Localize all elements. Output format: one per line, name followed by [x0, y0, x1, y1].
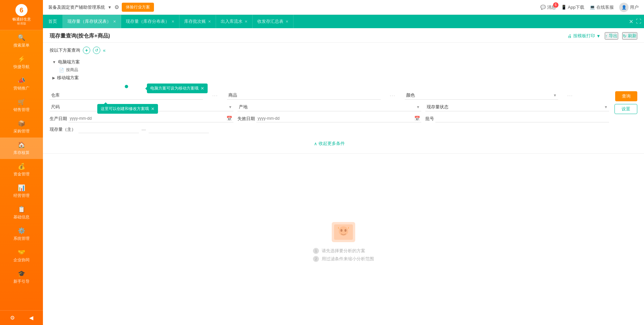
- tab-minimize-btn[interactable]: ✕: [629, 18, 633, 25]
- tab-collect-summary[interactable]: 收发存汇总表 ✕: [253, 15, 293, 28]
- origin-label: 产地: [239, 104, 248, 110]
- tab-close-icon[interactable]: ✕: [113, 19, 116, 24]
- produce-date-field-wrapper: 生产日期 📅: [50, 115, 233, 122]
- svg-point-4: [344, 229, 346, 232]
- tab-batch-account[interactable]: 库存批次账 ✕: [179, 15, 216, 28]
- sidebar-item-quick[interactable]: ⚡ 快捷导航: [0, 52, 43, 73]
- warehouse-icon: 🏠: [17, 141, 25, 149]
- sidebar-item-basic[interactable]: 📋 基础信息: [0, 202, 43, 223]
- tab-home[interactable]: 首页: [43, 15, 63, 28]
- sidebar-item-enterprise[interactable]: 🤝 企业协同: [0, 245, 43, 266]
- color-field[interactable]: 颜色 ▼: [405, 91, 558, 100]
- step-1-label: 请先选择要分析的方案: [322, 248, 365, 254]
- scheme-mobile-item[interactable]: ▶ 移动端方案: [50, 74, 637, 82]
- header-right: 💬 6 消息 📱 App下载 💻 在线客服 👤 用户: [540, 3, 639, 12]
- sidebar-item-label: 快捷导航: [13, 64, 30, 70]
- sidebar-item-system[interactable]: ⚙️ 系统管理: [0, 223, 43, 245]
- warehouse-dots[interactable]: ···: [205, 93, 225, 98]
- goods-dots[interactable]: ···: [383, 93, 403, 98]
- calendar-icon-2[interactable]: 📅: [414, 116, 420, 121]
- tab-maximize-btn[interactable]: ⛶: [636, 18, 641, 24]
- user-label: 用户: [630, 4, 639, 10]
- print-button[interactable]: 🖨 按模板打印 ▼: [568, 33, 601, 39]
- size-label: 尺码: [51, 104, 60, 110]
- sidebar-item-label: 销售管理: [13, 107, 30, 113]
- produce-date-input[interactable]: 📅: [68, 115, 233, 122]
- refresh-button[interactable]: ↻ 刷新: [622, 32, 637, 40]
- sidebar-item-label: 库存核算: [13, 150, 30, 156]
- calendar-icon[interactable]: 📅: [226, 116, 232, 121]
- tab-close-icon[interactable]: ✕: [171, 19, 174, 24]
- cart-icon: 🛒: [17, 98, 25, 106]
- tab-in-out-flow[interactable]: 出入库流水 ✕: [216, 15, 253, 28]
- warehouse-label: 仓库: [51, 92, 60, 98]
- stock-qty-to[interactable]: [149, 126, 209, 133]
- collapse-sidebar-btn[interactable]: ◀: [28, 313, 35, 322]
- action-column: 查询 设置: [614, 91, 637, 149]
- sidebar-item-sales[interactable]: 🛒 销售管理: [0, 95, 43, 116]
- sidebar-item-label: 新手引导: [13, 279, 30, 284]
- filter-back-button[interactable]: «: [103, 48, 106, 53]
- filter-fields-area: 仓库 ··· 商品 ··· 颜色 ▼ ···: [43, 89, 644, 154]
- range-separator: —: [142, 127, 146, 132]
- collapse-button[interactable]: ∧ 收起更多条件: [50, 138, 609, 148]
- sidebar-item-finance[interactable]: 💰 资金管理: [0, 159, 43, 180]
- batch-input[interactable]: [435, 115, 609, 122]
- search-button[interactable]: 查询: [615, 91, 637, 101]
- scheme-pc-item[interactable]: ▼ 电脑端方案: [50, 58, 637, 66]
- expire-date-field-wrapper: 失效日期 📅: [237, 115, 421, 122]
- sidebar-item-inventory[interactable]: 🏠 库存核算: [0, 138, 43, 159]
- step-num-2: 2: [313, 256, 319, 262]
- origin-field[interactable]: 产地 ▼: [237, 103, 421, 111]
- sidebar-item-marketing[interactable]: 📣 营销推广: [0, 73, 43, 95]
- page-header-actions: 🖨 按模板打印 ▼ ↑ 导出 ↻ 刷新: [568, 32, 637, 40]
- expire-date-input[interactable]: 📅: [256, 115, 421, 122]
- dot-indicator: [125, 85, 128, 88]
- tab-close-icon[interactable]: ✕: [245, 19, 248, 24]
- color-dots[interactable]: ···: [560, 93, 580, 98]
- svg-point-2: [339, 226, 348, 236]
- tooltip-create-close[interactable]: ✕: [151, 106, 155, 111]
- tab-close-icon[interactable]: ✕: [285, 19, 288, 24]
- app-download-item[interactable]: 📱 App下载: [561, 4, 584, 10]
- stock-qty-from[interactable]: [78, 126, 139, 133]
- sidebar-item-search[interactable]: 🔍 搜索菜单: [0, 30, 43, 52]
- message-item[interactable]: 💬 6 消息: [540, 4, 556, 10]
- scheme-sub-item[interactable]: 📄 按商品: [56, 66, 637, 74]
- tab-inventory-status[interactable]: 现存量（库存状况表） ✕: [63, 15, 121, 28]
- stock-status-field[interactable]: 现存量状态 ▼: [425, 103, 609, 111]
- empty-step-1: 1 请先选择要分析的方案: [313, 248, 374, 254]
- header-gear-icon[interactable]: ⚙: [114, 4, 119, 10]
- solution-button[interactable]: 体验行业方案: [122, 3, 154, 12]
- print-dropdown-icon: ▼: [596, 34, 601, 39]
- expire-date-from[interactable]: [258, 116, 284, 121]
- tooltip-pc-close[interactable]: ✕: [201, 86, 204, 91]
- filter-fields-grid: 仓库 ··· 商品 ··· 颜色 ▼ ···: [50, 91, 609, 149]
- batch-input-field[interactable]: [437, 116, 608, 121]
- tab-inventory-dist[interactable]: 现存量（库存分布表） ✕: [121, 15, 179, 28]
- sidebar-item-guide[interactable]: 🎓 新手引导: [0, 266, 43, 288]
- tab-home-label: 首页: [48, 18, 57, 24]
- settings-footer-btn[interactable]: ⚙: [9, 313, 16, 322]
- sidebar-item-label: 搜索菜单: [13, 43, 30, 48]
- setting-button[interactable]: 设置: [614, 104, 637, 114]
- sidebar-item-label: 经营管理: [13, 193, 30, 199]
- tab-close-icon[interactable]: ✕: [208, 19, 211, 24]
- stock-qty-to-input[interactable]: [151, 127, 207, 132]
- export-button[interactable]: ↑ 导出: [605, 32, 619, 40]
- money-icon: 💰: [17, 162, 25, 170]
- stock-status-label: 现存量状态: [427, 104, 448, 110]
- stock-qty-from-input[interactable]: [80, 127, 137, 132]
- empty-step-2: 2 用过滤条件来缩小分析范围: [313, 256, 374, 262]
- tooltip-pc-text: 电脑方案可设为移动方案哦: [150, 86, 199, 91]
- produce-date-from[interactable]: [70, 116, 97, 121]
- online-service-item[interactable]: 💻 在线客服: [590, 4, 614, 10]
- export-icon: ↑: [605, 34, 608, 39]
- sidebar-item-purchase[interactable]: 📦 采购管理: [0, 116, 43, 138]
- system-dropdown-icon[interactable]: ▼: [108, 5, 112, 10]
- print-label: 按模板打印: [573, 33, 595, 39]
- filter-reset-button[interactable]: ↺: [93, 47, 100, 54]
- user-item[interactable]: 👤 用户: [619, 3, 639, 12]
- sidebar-item-operation[interactable]: 📊 经营管理: [0, 180, 43, 202]
- filter-add-button[interactable]: +: [83, 47, 90, 54]
